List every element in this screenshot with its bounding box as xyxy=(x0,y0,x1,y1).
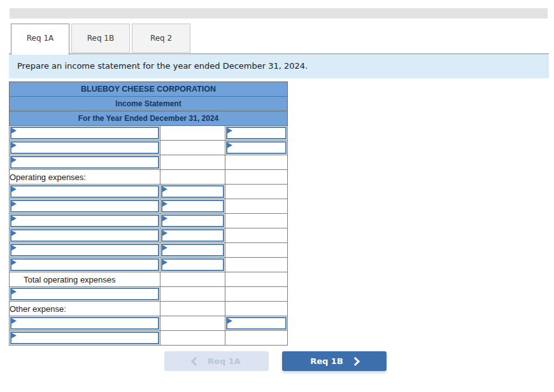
editable-cell[interactable] xyxy=(10,288,159,300)
statement-period: For the Year Ended December 31, 2024 xyxy=(10,111,288,126)
income-statement-table: BLUEBOY CHEESE CORPORATION Income Statem… xyxy=(9,81,288,346)
empty-cell xyxy=(225,155,288,170)
editable-cell[interactable] xyxy=(10,214,159,227)
editable-cell[interactable] xyxy=(161,258,224,271)
input-cell-container xyxy=(10,258,160,272)
cell-marker-icon xyxy=(162,216,167,222)
chevron-right-icon xyxy=(351,356,360,365)
table-row xyxy=(10,141,288,155)
editable-cell[interactable] xyxy=(161,229,224,242)
empty-cell xyxy=(160,170,225,185)
statement-title: Income Statement xyxy=(10,97,288,111)
empty-cell xyxy=(160,302,225,316)
cell-marker-icon xyxy=(11,216,17,222)
input-cell-container xyxy=(10,243,160,258)
editable-cell[interactable] xyxy=(10,258,159,271)
input-cell-container xyxy=(160,243,225,258)
table-row xyxy=(10,258,288,272)
cell-marker-icon xyxy=(227,128,232,134)
editable-cell[interactable] xyxy=(161,244,224,256)
prev-button-label: Req 1A xyxy=(208,356,241,366)
empty-cell xyxy=(160,287,225,302)
cell-marker-icon xyxy=(11,333,17,339)
next-requirement-button[interactable]: Req 1B xyxy=(282,351,387,371)
table-row xyxy=(10,243,288,258)
empty-cell xyxy=(225,243,288,258)
editable-cell[interactable] xyxy=(161,200,224,213)
table-row xyxy=(10,287,288,302)
cell-marker-icon xyxy=(227,143,232,149)
prev-requirement-button[interactable]: Req 1A xyxy=(164,351,269,371)
cell-marker-icon xyxy=(11,230,17,237)
input-cell-container xyxy=(10,199,160,214)
empty-cell xyxy=(225,302,288,316)
empty-cell xyxy=(160,331,225,346)
next-button-label: Req 1B xyxy=(310,356,343,366)
editable-cell[interactable] xyxy=(10,200,159,213)
table-row xyxy=(10,331,288,346)
chevron-left-icon xyxy=(191,356,200,365)
table-header-row: BLUEBOY CHEESE CORPORATION xyxy=(10,82,288,97)
cell-marker-icon xyxy=(11,201,17,207)
empty-cell xyxy=(225,228,288,243)
input-cell-container xyxy=(160,258,225,272)
editable-cell[interactable] xyxy=(226,317,287,330)
empty-cell xyxy=(160,316,225,331)
tab-req-1b[interactable]: Req 1B xyxy=(71,24,130,53)
cell-marker-icon xyxy=(162,260,167,266)
requirement-tabs: Req 1A Req 1B Req 2 xyxy=(11,24,192,55)
table-row xyxy=(10,185,288,199)
input-cell-container xyxy=(225,141,288,155)
editable-cell[interactable] xyxy=(10,156,159,169)
input-cell-container xyxy=(160,199,225,214)
editable-cell[interactable] xyxy=(10,229,159,242)
table-header-row: Income Statement xyxy=(10,97,288,111)
table-row xyxy=(10,155,288,170)
empty-cell xyxy=(225,331,288,346)
input-cell-container xyxy=(10,331,160,346)
empty-cell xyxy=(225,170,288,185)
input-cell-container xyxy=(160,185,225,199)
row-label-cell: Total operating expenses xyxy=(10,272,160,287)
empty-cell xyxy=(225,272,288,287)
cell-marker-icon xyxy=(162,245,167,251)
cell-marker-icon xyxy=(11,260,17,266)
editable-cell[interactable] xyxy=(10,332,159,344)
cell-marker-icon xyxy=(11,128,17,134)
input-cell-container xyxy=(10,214,160,228)
cell-marker-icon xyxy=(11,289,17,295)
empty-cell xyxy=(160,155,225,170)
cell-marker-icon xyxy=(11,157,17,164)
row-label-cell: Other expense: xyxy=(10,302,160,316)
tab-req-2[interactable]: Req 2 xyxy=(132,24,190,53)
table-row xyxy=(10,199,288,214)
input-cell-container xyxy=(10,185,160,199)
tab-req-1a[interactable]: Req 1A xyxy=(11,24,69,55)
cell-marker-icon xyxy=(162,230,167,237)
editable-cell[interactable] xyxy=(161,185,224,198)
input-cell-container xyxy=(10,316,160,331)
cell-marker-icon xyxy=(162,201,167,207)
empty-cell xyxy=(160,272,225,287)
editable-cell[interactable] xyxy=(10,244,159,256)
table-row: Total operating expenses xyxy=(10,272,288,287)
empty-cell xyxy=(225,214,288,228)
cell-marker-icon xyxy=(227,318,232,325)
instruction-banner: Prepare an income statement for the year… xyxy=(9,53,549,78)
statement-body: BLUEBOY CHEESE CORPORATION Income Statem… xyxy=(10,82,288,346)
company-name: BLUEBOY CHEESE CORPORATION xyxy=(10,82,288,97)
editable-cell[interactable] xyxy=(10,141,159,154)
editable-cell[interactable] xyxy=(161,214,224,227)
table-row xyxy=(10,126,288,141)
editable-cell[interactable] xyxy=(10,317,159,330)
cell-marker-icon xyxy=(162,186,167,193)
cell-marker-icon xyxy=(11,318,17,325)
empty-cell xyxy=(160,141,225,155)
editable-cell[interactable] xyxy=(10,185,159,198)
editable-cell[interactable] xyxy=(226,141,287,154)
empty-cell xyxy=(225,287,288,302)
editable-cell[interactable] xyxy=(10,127,159,139)
row-label-cell: Operating expenses: xyxy=(10,170,160,185)
editable-cell[interactable] xyxy=(226,127,287,139)
input-cell-container xyxy=(10,228,160,243)
